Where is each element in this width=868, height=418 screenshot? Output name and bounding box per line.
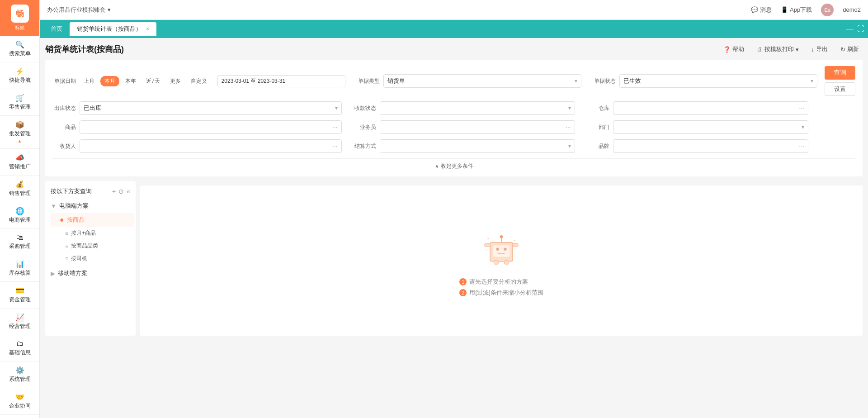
filter-outstatus: 出库状态 已出库 ▾ bbox=[52, 101, 342, 115]
lp-mobile-title[interactable]: ▶ 移动端方案 bbox=[45, 266, 136, 280]
staff-control[interactable]: ··· bbox=[380, 120, 575, 134]
help-button[interactable]: ❓ 帮助 bbox=[720, 43, 748, 55]
query-button[interactable]: 查询 bbox=[825, 66, 855, 80]
page-header: 销货单统计表(按商品) ❓ 帮助 🖨 按模板打印 ▾ ↓ 导出 ↻ 刷新 bbox=[45, 43, 863, 55]
lp-collapse-icon[interactable]: « bbox=[127, 188, 130, 195]
goods-label: 商品 bbox=[52, 124, 76, 131]
date-curr-month[interactable]: 本月 bbox=[100, 76, 119, 86]
filter-payment: 结算方式 ▾ bbox=[353, 139, 575, 153]
payment-control[interactable]: ▾ bbox=[380, 139, 575, 153]
app-download-button[interactable]: 📱 App下载 bbox=[781, 6, 812, 14]
driver-label: 按司机 bbox=[71, 255, 87, 262]
lp-sub-item-category[interactable]: ≡ 按商品品类 bbox=[51, 240, 134, 252]
date-prev-month[interactable]: 上月 bbox=[80, 76, 99, 86]
driver-icon: ≡ bbox=[65, 256, 68, 262]
topbar-right: 💬 消息 📱 App下载 Ea demo2 bbox=[751, 4, 861, 16]
lp-item-bygoods[interactable]: ● 按商品 bbox=[51, 213, 134, 227]
sidebar-item-ecommerce[interactable]: 🌐 电商管理 bbox=[0, 202, 39, 229]
sidebar-item-quicknav[interactable]: ⚡ 快捷导航 bbox=[0, 62, 39, 89]
topbar-left: 办公用品行业模拟账套 ▾ bbox=[47, 6, 111, 14]
sidebar-item-sales[interactable]: 💰 销售管理 bbox=[0, 176, 39, 202]
consignee-control[interactable]: ··· bbox=[80, 139, 342, 153]
sidebar: 畅 标账 🔍 搜索菜单 ⚡ 快捷导航 🛒 零售管理 📦 批发管理 ▲ 📣 营销推… bbox=[0, 0, 40, 418]
quicknav-icon: ⚡ bbox=[2, 67, 38, 76]
industry-text: 办公用品行业模拟账套 bbox=[47, 6, 106, 14]
sidebar-item-baseinfo[interactable]: 🗂 基础信息 bbox=[0, 335, 39, 361]
brand-label: 品牌 bbox=[586, 142, 609, 150]
collapse-up-icon: ∧ bbox=[435, 163, 439, 170]
sidebar-item-retail[interactable]: 🛒 零售管理 bbox=[0, 89, 39, 116]
sidebar-item-purchase[interactable]: 🛍 采购管理 bbox=[0, 229, 39, 255]
lp-sub-item-driver[interactable]: ≡ 按司机 bbox=[51, 252, 134, 265]
sidebar-item-system[interactable]: ⚙️ 系统管理 bbox=[0, 361, 39, 388]
filter-row-3: 商品 ··· 业务员 ··· 部门 bbox=[52, 120, 855, 134]
filter-docstatus: 单据状态 已生效 ▾ bbox=[592, 74, 817, 88]
export-button[interactable]: ↓ 导出 bbox=[808, 43, 832, 55]
filter-date: 单据日期 上月 本月 本年 近7天 更多 自定义 2023-03-01 至 20… bbox=[52, 75, 345, 87]
lp-sub-item-monthgoods[interactable]: ≡ 按月+商品 bbox=[51, 227, 134, 239]
sidebar-item-collab[interactable]: 🤝 企业协同 bbox=[0, 388, 39, 415]
left-panel: 按以下方案查询 + ⊙ « ▼ 电脑端方案 ● 按 bbox=[45, 181, 136, 336]
desktop-toggle-icon: ▼ bbox=[51, 203, 57, 209]
lp-desktop-title[interactable]: ▼ 电脑端方案 bbox=[45, 199, 136, 213]
tab-maximize-icon[interactable]: ⛶ bbox=[857, 25, 864, 33]
hint-num-1: 1 bbox=[459, 278, 467, 285]
tab-minimize-icon[interactable]: — bbox=[846, 25, 854, 33]
query-action-area: 查询 设置 bbox=[825, 66, 855, 96]
tab-active[interactable]: 销货单统计表（按商品） × bbox=[70, 22, 156, 36]
collapse-more-button[interactable]: ∧ 收起更多条件 bbox=[52, 158, 855, 174]
receivestatus-control[interactable]: ▾ bbox=[380, 101, 575, 115]
dept-control[interactable]: ▾ bbox=[613, 120, 808, 134]
message-button[interactable]: 💬 消息 bbox=[751, 6, 772, 14]
warehouse-dots: ··· bbox=[799, 104, 804, 112]
monthgoods-icon: ≡ bbox=[65, 230, 68, 237]
docstatus-control[interactable]: 已生效 ▾ bbox=[619, 74, 817, 88]
brand-control[interactable]: ··· bbox=[613, 139, 808, 153]
warehouse-control[interactable]: ··· bbox=[613, 101, 808, 115]
user-avatar[interactable]: Ea bbox=[821, 4, 834, 16]
sidebar-item-operations[interactable]: 📈 经营管理 bbox=[0, 309, 39, 335]
industry-selector[interactable]: 办公用品行业模拟账套 ▾ bbox=[47, 6, 111, 14]
sidebar-item-finance[interactable]: 💳 资金管理 bbox=[0, 282, 39, 309]
category-icon: ≡ bbox=[65, 243, 68, 249]
baseinfo-icon: 🗂 bbox=[2, 340, 38, 348]
empty-hint-2: 2 用[过滤]条件来缩小分析范围 bbox=[459, 289, 543, 297]
settings-button[interactable]: 设置 bbox=[825, 82, 855, 96]
sidebar-item-inventory[interactable]: 📊 库存核算 bbox=[0, 255, 39, 282]
goods-control[interactable]: ··· bbox=[80, 120, 342, 134]
date-week[interactable]: 近7天 bbox=[142, 76, 164, 86]
outstatus-control[interactable]: 已出库 ▾ bbox=[80, 101, 342, 115]
content-area: 销货单统计表(按商品) ❓ 帮助 🖨 按模板打印 ▾ ↓ 导出 ↻ 刷新 bbox=[40, 38, 868, 418]
print-icon: 🖨 bbox=[757, 46, 763, 53]
logo-text: 标账 bbox=[15, 24, 25, 31]
sidebar-item-search[interactable]: 🔍 搜索菜单 bbox=[0, 36, 39, 62]
filter-row-2: 出库状态 已出库 ▾ 收款状态 ▾ 仓库 bbox=[52, 101, 855, 115]
sales-icon: 💰 bbox=[2, 180, 38, 189]
user-avatar-text: Ea bbox=[825, 7, 830, 13]
date-range-input[interactable]: 2023-03-01 至 2023-03-31 bbox=[217, 75, 345, 87]
sidebar-item-wholesale[interactable]: 📦 批发管理 ▲ bbox=[0, 116, 39, 149]
date-year[interactable]: 本年 bbox=[121, 76, 140, 86]
sidebar-label-collab: 企业协同 bbox=[2, 402, 38, 410]
sidebar-item-marketing[interactable]: 📣 营销推广 bbox=[0, 149, 39, 176]
sidebar-item-newguide[interactable]: 📖 新手引导 bbox=[0, 415, 39, 418]
doctype-control[interactable]: 销货单 ▾ bbox=[383, 74, 581, 88]
sidebar-label-system: 系统管理 bbox=[2, 375, 38, 383]
lp-add-icon[interactable]: + bbox=[112, 188, 116, 195]
date-more[interactable]: 更多 bbox=[166, 76, 185, 86]
warehouse-label: 仓库 bbox=[586, 104, 609, 112]
tab-close-icon[interactable]: × bbox=[146, 26, 149, 32]
username-label[interactable]: demo2 bbox=[843, 6, 861, 13]
lp-settings-icon[interactable]: ⊙ bbox=[118, 188, 124, 195]
app-logo[interactable]: 畅 标账 bbox=[0, 0, 39, 36]
staff-label: 业务员 bbox=[353, 124, 376, 131]
tab-home[interactable]: 首页 bbox=[43, 22, 70, 36]
filter-dept: 部门 ▾ bbox=[586, 120, 808, 134]
refresh-button[interactable]: ↻ 刷新 bbox=[837, 43, 863, 55]
date-custom[interactable]: 自定义 bbox=[187, 76, 211, 86]
print-button[interactable]: 🖨 按模板打印 ▾ bbox=[753, 43, 802, 55]
svg-rect-1 bbox=[493, 246, 510, 257]
sidebar-label-operations: 经营管理 bbox=[2, 323, 38, 330]
print-label: 按模板打印 bbox=[764, 45, 794, 53]
inventory-icon: 📊 bbox=[2, 260, 38, 268]
